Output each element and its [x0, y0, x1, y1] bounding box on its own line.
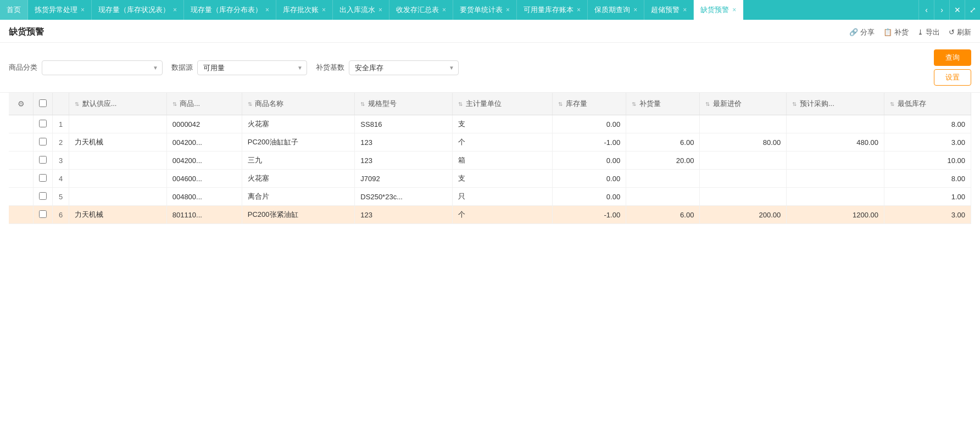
refresh-icon: ↺ — [949, 28, 955, 36]
row-latest-price-1: 80.00 — [700, 133, 787, 152]
row-unit-5: 个 — [453, 206, 553, 224]
replenish-basis-filter-group: 补货基数 安全库存 — [316, 60, 459, 75]
row-est-purchase-3 — [787, 170, 884, 188]
tab-shortage[interactable]: 缺货预警 × — [694, 0, 743, 20]
tab-close-exception[interactable]: × — [81, 6, 85, 14]
main-content: 缺货预警 🔗 分享 📋 补货 ⤓ 导出 ↺ 刷新 商品分类 — [0, 20, 980, 437]
row-replenish-0 — [626, 115, 700, 133]
row-checkbox-1[interactable] — [39, 138, 47, 145]
row-stock-0: 0.00 — [552, 115, 626, 133]
sort-spec-icon[interactable]: ⇅ — [360, 101, 365, 107]
row-spec-3: J7092 — [355, 170, 453, 188]
tab-inout-flow[interactable]: 出入库流水 × — [333, 0, 389, 20]
tab-inventory-dist[interactable]: 现存量（库存分布表） × — [184, 0, 276, 20]
tab-nav-prev[interactable]: ‹ — [918, 0, 934, 20]
col-unit: ⇅ 主计量单位 — [453, 93, 553, 115]
col-goods-name: ⇅ 商品名称 — [242, 93, 355, 115]
replenish-button[interactable]: 📋 补货 — [883, 27, 909, 37]
tab-exception[interactable]: 拣货异常处理 × — [28, 0, 92, 20]
row-checkbox-5[interactable] — [39, 210, 47, 218]
row-name-1: PC200油缸缸子 — [242, 133, 355, 152]
row-spec-4: DS250*23c... — [355, 188, 453, 206]
tab-home[interactable]: 首页 — [0, 0, 28, 20]
tab-overstock[interactable]: 超储预警 × — [644, 0, 694, 20]
tab-nav-next[interactable]: › — [934, 0, 949, 20]
refresh-button[interactable]: ↺ 刷新 — [949, 27, 971, 37]
datasource-label: 数据源 — [171, 63, 193, 72]
row-checkbox-3[interactable] — [39, 174, 47, 182]
export-icon: ⤓ — [917, 28, 923, 36]
sort-supplier-icon[interactable]: ⇅ — [75, 101, 79, 107]
table-row: 5 004800... 离合片 DS250*23c... 只 0.00 1.00 — [9, 188, 971, 206]
row-check-3 — [34, 170, 53, 188]
row-checkbox-4[interactable] — [39, 192, 47, 200]
tab-expiry-query[interactable]: 保质期查询 × — [588, 0, 644, 20]
row-checkbox-2[interactable] — [39, 156, 47, 164]
row-code-4: 004800... — [166, 188, 242, 206]
row-replenish-3 — [626, 170, 700, 188]
row-checkbox-0[interactable] — [39, 120, 47, 127]
replenish-basis-select[interactable]: 安全库存 — [349, 60, 459, 75]
category-select[interactable] — [42, 60, 163, 75]
tab-nav-close-current[interactable]: ✕ — [949, 0, 965, 20]
row-est-purchase-5: 1200.00 — [787, 206, 884, 224]
col-supplier: ⇅ 默认供应... — [69, 93, 167, 115]
row-est-purchase-0 — [787, 115, 884, 133]
sort-name-icon[interactable]: ⇅ — [248, 101, 252, 107]
sort-stock-icon[interactable]: ⇅ — [558, 101, 563, 107]
settings-button[interactable]: 设置 — [934, 69, 971, 86]
sort-code-icon[interactable]: ⇅ — [172, 101, 177, 107]
sort-est-purchase-icon[interactable]: ⇅ — [792, 101, 797, 107]
row-stock-2: 0.00 — [552, 152, 626, 170]
col-check — [34, 93, 53, 115]
sort-latest-price-icon[interactable]: ⇅ — [705, 101, 710, 107]
row-name-4: 离合片 — [242, 188, 355, 206]
tab-close-receive-summary[interactable]: × — [442, 6, 446, 14]
share-button[interactable]: 🔗 分享 — [849, 27, 875, 37]
gear-settings-icon[interactable]: ⚙ — [14, 97, 27, 110]
row-stock-5: -1.00 — [552, 206, 626, 224]
tab-avail-ledger[interactable]: 可用量库存账本 × — [517, 0, 588, 20]
tab-close-overstock[interactable]: × — [683, 6, 687, 14]
select-all-checkbox[interactable] — [39, 99, 47, 107]
row-supplier-2 — [69, 152, 167, 170]
tab-bar: 首页 拣货异常处理 × 现存量（库存状况表） × 现存量（库存分布表） × 库存… — [0, 0, 980, 20]
query-button[interactable]: 查询 — [934, 49, 971, 66]
tab-close-batch-account[interactable]: × — [322, 6, 326, 14]
row-name-2: 三九 — [242, 152, 355, 170]
export-button[interactable]: ⤓ 导出 — [917, 27, 940, 37]
tab-demand-stat[interactable]: 要货单统计表 × — [453, 0, 517, 20]
table-header-row: ⚙ ⇅ 默认供应... ⇅ 商品... ⇅ — [9, 93, 971, 115]
row-code-2: 004200... — [166, 152, 242, 170]
tab-close-demand-stat[interactable]: × — [506, 6, 510, 14]
col-est-purchase: ⇅ 预计采购... — [787, 93, 884, 115]
row-gear-0 — [9, 115, 34, 133]
tab-close-avail-ledger[interactable]: × — [577, 6, 581, 14]
table-body: 1 0000042 火花塞 SS816 支 0.00 8.00 2 力天机械 0… — [9, 115, 971, 224]
row-check-1 — [34, 133, 53, 152]
row-min-stock-1: 3.00 — [884, 133, 971, 152]
row-stock-4: 0.00 — [552, 188, 626, 206]
row-replenish-5: 6.00 — [626, 206, 700, 224]
tab-inventory-status[interactable]: 现存量（库存状况表） × — [92, 0, 184, 20]
tab-close-inventory-status[interactable]: × — [173, 6, 177, 14]
datasource-filter-group: 数据源 可用量 — [171, 60, 307, 75]
row-min-stock-2: 10.00 — [884, 152, 971, 170]
row-gear-5 — [9, 206, 34, 224]
tab-close-expiry-query[interactable]: × — [633, 6, 637, 14]
tab-receive-summary[interactable]: 收发存汇总表 × — [389, 0, 453, 20]
sort-min-stock-icon[interactable]: ⇅ — [890, 101, 894, 107]
tab-close-shortage[interactable]: × — [732, 6, 736, 14]
tab-close-inventory-dist[interactable]: × — [265, 6, 269, 14]
sort-replenish-icon[interactable]: ⇅ — [632, 101, 636, 107]
row-num-4: 5 — [53, 188, 69, 206]
replenish-basis-label: 补货基数 — [316, 63, 344, 72]
row-min-stock-4: 1.00 — [884, 188, 971, 206]
col-spec: ⇅ 规格型号 — [355, 93, 453, 115]
tab-close-inout-flow[interactable]: × — [378, 6, 382, 14]
sort-unit-icon[interactable]: ⇅ — [458, 101, 463, 107]
datasource-select[interactable]: 可用量 — [197, 60, 307, 75]
row-replenish-2: 20.00 — [626, 152, 700, 170]
tab-nav-expand[interactable]: ⤢ — [965, 0, 980, 20]
tab-batch-account[interactable]: 库存批次账 × — [276, 0, 333, 20]
